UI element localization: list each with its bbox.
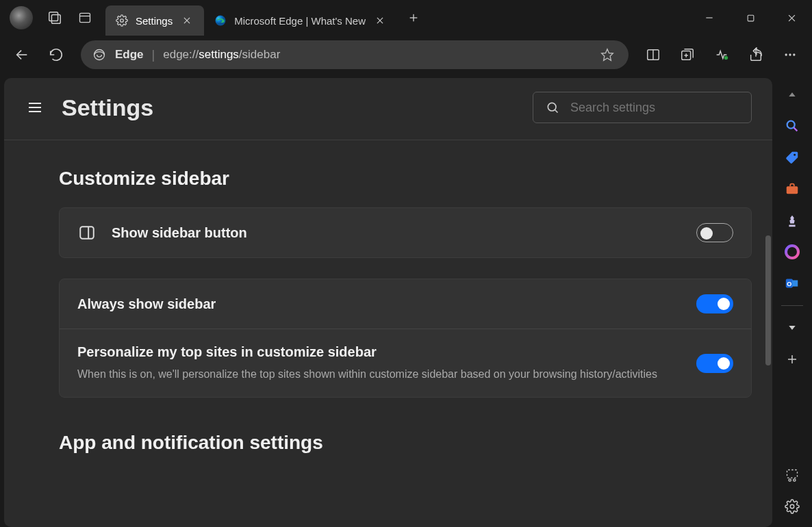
maximize-button[interactable] [730, 0, 771, 36]
svg-point-24 [724, 56, 728, 60]
back-button[interactable] [7, 40, 37, 70]
search-icon[interactable] [778, 112, 806, 140]
section-title-app-notification: App and notification settings [59, 432, 752, 454]
profile-avatar[interactable] [10, 6, 33, 29]
svg-marker-36 [789, 92, 795, 97]
hamburger-menu[interactable] [25, 97, 45, 118]
gear-icon [115, 14, 129, 27]
workspaces-icon[interactable] [42, 5, 67, 30]
search-icon [546, 101, 559, 114]
section-title-customize-sidebar: Customize sidebar [59, 168, 752, 190]
svg-point-41 [786, 246, 798, 258]
svg-point-27 [789, 53, 791, 55]
tab-title: Settings [136, 15, 173, 27]
settings-page: Settings Customize sidebar Show sidebar … [4, 78, 772, 527]
close-window-button[interactable] [771, 0, 812, 36]
chess-icon[interactable] [778, 207, 806, 234]
outlook-icon[interactable]: O [778, 270, 806, 297]
svg-rect-48 [787, 470, 798, 478]
new-tab-button[interactable] [401, 5, 426, 30]
window-controls [689, 0, 812, 36]
svg-point-26 [785, 53, 787, 55]
svg-point-49 [789, 479, 791, 481]
svg-marker-45 [789, 326, 795, 330]
toggle-personalize-top-sites[interactable] [696, 354, 733, 373]
edge-icon [92, 47, 107, 62]
search-settings[interactable] [533, 92, 752, 123]
minimize-button[interactable] [689, 0, 730, 36]
address-separator: | [152, 48, 155, 62]
svg-point-28 [793, 53, 795, 55]
svg-point-39 [794, 154, 796, 156]
close-icon[interactable] [179, 13, 194, 28]
svg-point-51 [790, 504, 794, 509]
svg-rect-40 [787, 186, 798, 194]
tab-actions-icon[interactable] [73, 5, 97, 30]
titlebar: Settings Microsoft Edge | What's New [0, 0, 812, 36]
svg-text:O: O [787, 281, 791, 287]
snip-icon[interactable] [778, 461, 806, 489]
tab-title: Microsoft Edge | What's New [234, 15, 366, 27]
search-input[interactable] [570, 101, 739, 115]
collections-icon[interactable] [672, 40, 702, 70]
svg-rect-44 [792, 280, 798, 286]
toggle-always-show-sidebar[interactable] [696, 294, 733, 313]
refresh-button[interactable] [41, 40, 71, 70]
page-title: Settings [62, 94, 516, 121]
performance-icon[interactable] [707, 40, 737, 70]
sidebar-icon [77, 223, 97, 242]
plus-icon[interactable] [778, 346, 806, 373]
svg-rect-1 [51, 14, 60, 23]
close-icon[interactable] [372, 13, 388, 28]
main-area: Settings Customize sidebar Show sidebar … [0, 74, 812, 527]
edge-icon [214, 14, 227, 27]
address-label: Edge [115, 48, 144, 62]
svg-point-32 [548, 103, 556, 111]
toggle-show-sidebar-button[interactable] [696, 223, 733, 242]
svg-point-50 [794, 479, 796, 481]
address-bar[interactable]: Edge | edge://settings/sidebar [81, 40, 629, 69]
briefcase-icon[interactable] [778, 175, 806, 203]
browser-sidebar: O [772, 74, 812, 527]
svg-point-17 [94, 50, 105, 60]
share-icon[interactable] [741, 40, 771, 70]
setting-label: Always show sidebar [77, 296, 681, 312]
svg-line-33 [555, 110, 558, 113]
split-screen-icon[interactable] [638, 40, 668, 70]
tabs: Settings Microsoft Edge | What's New [105, 0, 689, 36]
tag-icon[interactable] [778, 144, 806, 171]
setting-card: Show sidebar button [59, 207, 752, 258]
tab-whatsnew[interactable]: Microsoft Edge | What's New [204, 5, 397, 36]
setting-label: Show sidebar button [112, 225, 681, 241]
settings-header: Settings [4, 78, 772, 140]
menu-button[interactable] [775, 40, 805, 70]
favorite-icon[interactable] [597, 44, 618, 65]
scrollbar-thumb[interactable] [765, 235, 771, 365]
setting-label: Personalize my top sites in customize si… [77, 344, 681, 360]
svg-rect-13 [748, 15, 754, 21]
settings-body: Customize sidebar Show sidebar button Al… [4, 140, 772, 527]
setting-row-always-show-sidebar: Always show sidebar [60, 279, 751, 329]
setting-row-show-sidebar-button: Show sidebar button [60, 208, 751, 257]
toolbar: Edge | edge://settings/sidebar [0, 36, 812, 74]
setting-row-personalize-top-sites: Personalize my top sites in customize si… [60, 329, 751, 397]
setting-description: When this is on, we'll personalize the t… [77, 367, 681, 382]
setting-card: Always show sidebar Personalize my top s… [59, 279, 752, 398]
caret-down-icon[interactable] [778, 314, 806, 342]
svg-point-4 [120, 19, 124, 23]
tab-settings[interactable]: Settings [105, 5, 204, 36]
svg-rect-2 [80, 13, 90, 22]
address-url: edge://settings/sidebar [163, 48, 589, 62]
svg-rect-0 [49, 12, 58, 21]
svg-point-37 [787, 121, 795, 129]
svg-line-38 [794, 127, 797, 131]
svg-marker-18 [602, 49, 613, 61]
svg-rect-34 [80, 227, 94, 238]
gear-icon[interactable] [778, 493, 806, 520]
caret-up-icon[interactable] [778, 81, 806, 108]
copilot-icon[interactable] [778, 238, 806, 266]
sidebar-separator [781, 305, 803, 306]
